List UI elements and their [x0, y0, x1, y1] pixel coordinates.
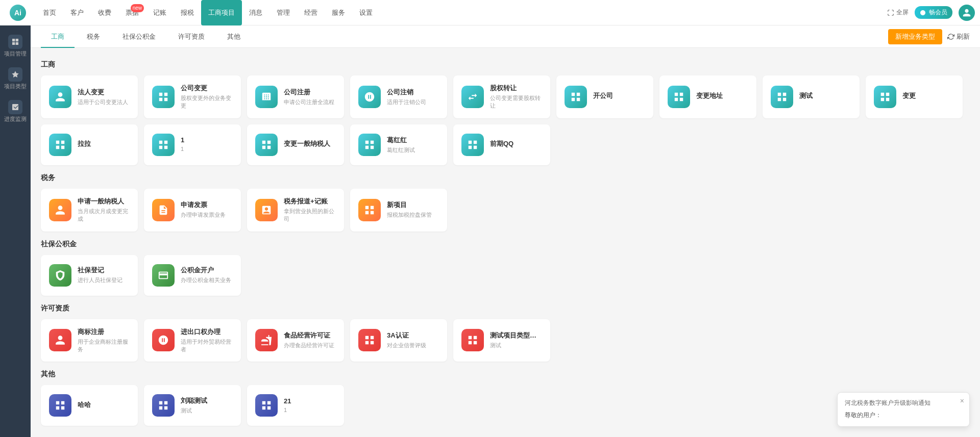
xuke-cards-grid: 商标注册 用于企业商标注册服务 进出口权办理 适用于对外贸易经营者 食品经营许可…: [41, 319, 970, 362]
card-新项目[interactable]: 新项目 报税加税控盘保管: [350, 189, 447, 232]
card-进出口权办理[interactable]: 进出口权办理 适用于对外贸易经营者: [144, 319, 241, 362]
card-哈哈[interactable]: 哈哈: [41, 385, 138, 426]
tab-税务[interactable]: 税务: [77, 25, 110, 48]
card-icon: [152, 394, 175, 417]
card-申请发票[interactable]: 申请发票 办理申请发票业务: [144, 189, 241, 232]
card-变更一般纳税人[interactable]: 变更一般纳税人: [247, 124, 344, 165]
card-title: 测试: [799, 91, 851, 100]
sidebar-item-project-manage[interactable]: 项目管理: [2, 31, 29, 61]
card-body: 商标注册 用于企业商标注册服务: [78, 327, 130, 354]
tabs-bar: 工商税务社保公积金许可资质其他 新增业务类型 刷新: [31, 25, 980, 48]
card-icon: [49, 394, 71, 417]
card-title: 股权转让: [490, 84, 542, 93]
card-body: 公司注册 申请公司注册全流程: [284, 88, 336, 106]
qita-cards-grid: 哈哈 刘聪测试 测试 21 1: [41, 385, 970, 426]
card-desc: 1: [181, 145, 233, 153]
card-title: 申请一般纳税人: [78, 197, 130, 206]
notification-close-button[interactable]: ×: [960, 397, 964, 405]
card-title: 公司注册: [284, 88, 336, 97]
card-变更[interactable]: 变更: [866, 75, 963, 118]
card-icon: [255, 134, 278, 156]
card-body: 食品经营许可证 办理食品经营许可证: [284, 331, 336, 349]
nav-item-记账[interactable]: 记账: [146, 0, 174, 25]
card-icon: [255, 329, 278, 351]
card-21[interactable]: 21 1: [247, 385, 344, 426]
fullscreen-button[interactable]: 全屏: [887, 8, 909, 17]
card-title: 社保登记: [78, 266, 130, 275]
card-body: 测试: [799, 91, 851, 102]
card-desc: 公司变更需要股权转让: [490, 94, 542, 110]
card-开公司[interactable]: 开公司: [556, 75, 653, 118]
card-社保登记[interactable]: 社保登记 进行人员社保登记: [41, 255, 138, 296]
card-body: 变更一般纳税人: [284, 139, 336, 150]
card-前期QQ[interactable]: 前期QQ: [453, 124, 550, 165]
section-title-shuiwu: 税务: [41, 173, 970, 183]
card-法人变更[interactable]: 法人变更 适用于公司变更法人: [41, 75, 138, 118]
card-公司注销[interactable]: 公司注销 适用于注销公司: [350, 75, 447, 118]
nav-item-经营[interactable]: 经营: [297, 0, 325, 25]
member-button[interactable]: 畅会员: [915, 6, 952, 19]
nav-item-客户[interactable]: 客户: [63, 0, 91, 25]
nav-item-管理[interactable]: 管理: [270, 0, 297, 25]
card-body: 法人变更 适用于公司变更法人: [78, 88, 130, 106]
card-body: 进出口权办理 适用于对外贸易经营者: [181, 327, 233, 354]
card-desc: 办理公积金相关业务: [181, 276, 233, 284]
card-商标注册[interactable]: 商标注册 用于企业商标注册服务: [41, 319, 138, 362]
card-body: 新项目 报税加税控盘保管: [387, 200, 439, 219]
card-3A认证[interactable]: 3A认证 对企业信誉评级: [350, 319, 447, 362]
section-title-gongshang: 工商: [41, 60, 970, 69]
card-icon: [49, 329, 71, 351]
nav-item-服务[interactable]: 服务: [325, 0, 352, 25]
card-body: 葛红红 葛红红测试: [387, 136, 439, 154]
card-title: 公司变更: [181, 84, 233, 93]
app-logo[interactable]: Ai: [5, 5, 31, 21]
nav-item-首页[interactable]: 首页: [36, 0, 63, 25]
nav-item-消息[interactable]: 消息: [242, 0, 270, 25]
card-icon: [358, 86, 381, 108]
card-拉拉[interactable]: 拉拉: [41, 124, 138, 165]
card-icon: [358, 199, 381, 221]
nav-item-收费[interactable]: 收费: [91, 0, 118, 25]
card-body: 21 1: [284, 397, 336, 414]
card-申请一般纳税人[interactable]: 申请一般纳税人 当月或次月成变更完成: [41, 189, 138, 232]
card-desc: 测试: [181, 407, 233, 415]
card-title: 申请发票: [181, 200, 233, 210]
card-body: 前期QQ: [490, 139, 542, 150]
card-icon: [668, 86, 690, 108]
card-变更地址[interactable]: 变更地址: [659, 75, 756, 118]
card-公积金开户[interactable]: 公积金开户 办理公积金相关业务: [144, 255, 241, 296]
nav-item-票据[interactable]: 票据new: [118, 0, 146, 25]
card-body: 刘聪测试 测试: [181, 396, 233, 415]
card-刘聪测试[interactable]: 刘聪测试 测试: [144, 385, 241, 426]
tab-其他[interactable]: 其他: [217, 25, 251, 48]
card-1[interactable]: 1 1: [144, 124, 241, 165]
card-葛红红[interactable]: 葛红红 葛红红测试: [350, 124, 447, 165]
tab-工商[interactable]: 工商: [41, 25, 75, 48]
sidebar-item-progress-monitor[interactable]: 进度监测: [2, 96, 29, 126]
card-测试[interactable]: 测试: [763, 75, 860, 118]
card-税务报道+记账[interactable]: 税务报道+记账 拿到营业执照的新公司: [247, 189, 344, 232]
nav-right-actions: 全屏 畅会员: [887, 5, 975, 21]
tab-许可资质[interactable]: 许可资质: [168, 25, 215, 48]
card-desc: 办理申请发票业务: [181, 211, 233, 219]
nav-item-设置[interactable]: 设置: [352, 0, 380, 25]
card-title: 税务报道+记账: [284, 197, 336, 206]
refresh-button[interactable]: 刷新: [947, 32, 970, 41]
card-股权转让[interactable]: 股权转让 公司变更需要股权转让: [453, 75, 550, 118]
card-title: 葛红红: [387, 136, 439, 145]
card-icon: [771, 86, 793, 108]
sidebar-item-project-type[interactable]: 项目类型: [2, 63, 29, 94]
top-navigation: Ai 首页客户收费票据new记账报税工商项目消息管理经营服务设置 全屏 畅会员: [0, 0, 980, 25]
card-测试项目类型目定义[interactable]: 测试项目类型目定义 测试: [453, 319, 550, 362]
tab-社保公积金[interactable]: 社保公积金: [112, 25, 166, 48]
card-公司变更[interactable]: 公司变更 股权变更外的业务变更: [144, 75, 241, 118]
card-公司注册[interactable]: 公司注册 申请公司注册全流程: [247, 75, 344, 118]
card-icon: [152, 134, 175, 156]
card-icon: [255, 86, 278, 108]
nav-item-报税[interactable]: 报税: [174, 0, 201, 25]
nav-item-工商项目[interactable]: 工商项目: [201, 0, 242, 25]
card-title: 变更一般纳税人: [284, 139, 336, 148]
card-食品经营许可证[interactable]: 食品经营许可证 办理食品经营许可证: [247, 319, 344, 362]
user-avatar[interactable]: [959, 5, 975, 21]
add-type-button[interactable]: 新增业务类型: [888, 29, 942, 44]
